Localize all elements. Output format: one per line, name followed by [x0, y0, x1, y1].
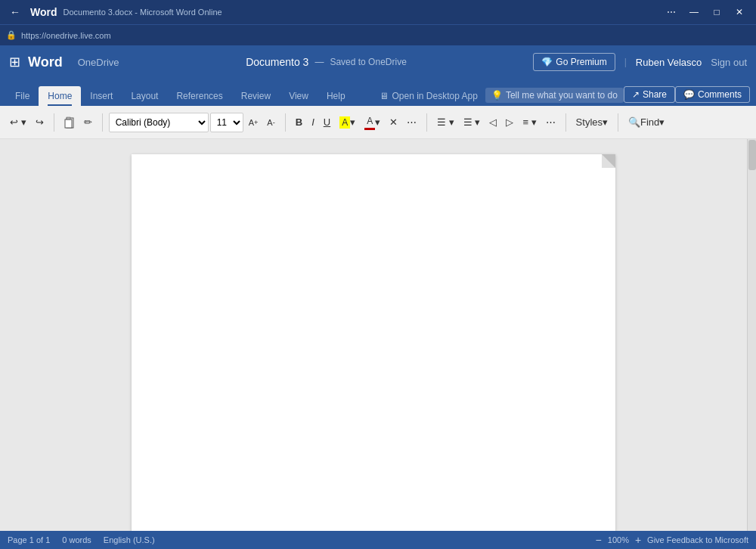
decrease-indent-button[interactable]: ◁ [485, 114, 500, 130]
premium-label: Go Premium [556, 57, 606, 67]
svg-rect-1 [65, 119, 72, 128]
divider-4 [426, 113, 427, 132]
italic-button[interactable]: I [308, 114, 318, 130]
maximize-button[interactable]: □ [706, 2, 727, 23]
more-format-button[interactable]: ⋯ [403, 114, 420, 130]
waffle-icon[interactable]: ⊞ [9, 54, 20, 70]
app-header: ⊞ Word OneDrive Documento 3 — Saved to O… [0, 45, 756, 79]
title-bar: ← Word Documento 3.docx - Microsoft Word… [0, 0, 756, 24]
status-right: − 100% + Give Feedback to Microsoft [596, 534, 748, 546]
saved-status: Saved to OneDrive [330, 57, 406, 67]
desktop-icon: 🖥 [380, 91, 389, 101]
font-name-select[interactable]: Calibri (Body) Arial Times New Roman [109, 113, 209, 132]
close-button[interactable]: ✕ [729, 2, 750, 23]
find-button[interactable]: 🔍 Find ▾ [624, 114, 668, 130]
doc-title: Documento 3 [246, 56, 308, 68]
tab-view[interactable]: View [280, 86, 318, 106]
font-color-icon: A [364, 115, 375, 130]
word-count: 0 words [62, 535, 91, 544]
decrease-font-button[interactable]: A- [263, 116, 278, 129]
bullets-button[interactable]: ☰ ▾ [433, 114, 458, 130]
window-controls: ⋯ — □ ✕ [661, 2, 750, 23]
premium-icon: 💎 [541, 57, 553, 67]
back-button[interactable]: ← [6, 4, 24, 20]
zoom-level: 100% [608, 535, 629, 544]
undo-group: ↩ ▾ ↪ [6, 114, 48, 130]
lock-icon: 🔒 [6, 30, 17, 40]
ribbon-tabs: File Home Insert Layout References Revie… [0, 79, 756, 106]
vertical-scrollbar[interactable] [747, 139, 756, 531]
title-bar-left: ← Word Documento 3.docx - Microsoft Word… [6, 4, 222, 20]
paste-button[interactable] [60, 114, 79, 131]
clear-format-button[interactable]: ✕ [386, 114, 401, 130]
format-group: B I U A▾ A ▾ ✕ ⋯ [292, 113, 420, 132]
highlight-icon: A [339, 116, 350, 129]
tab-layout[interactable]: Layout [122, 86, 167, 106]
increase-font-button[interactable]: A+ [245, 116, 262, 129]
sign-out-link[interactable]: Sign out [711, 57, 747, 68]
increase-indent-button[interactable]: ▷ [502, 114, 517, 130]
divider-3 [285, 113, 286, 132]
tell-me-icon: 💡 [491, 90, 503, 101]
para-group: ☰ ▾ ☰ ▾ ◁ ▷ ≡ ▾ ⋯ [433, 114, 559, 130]
underline-button[interactable]: U [320, 114, 334, 130]
divider-6 [618, 113, 618, 132]
minimize-button[interactable]: — [683, 2, 705, 23]
go-premium-button[interactable]: 💎 Go Premium [533, 53, 615, 71]
separator: | [624, 57, 627, 67]
zoom-minus-button[interactable]: − [596, 534, 602, 546]
more-options-button[interactable]: ⋯ [661, 2, 682, 23]
app-title: Word [30, 6, 57, 18]
tab-home[interactable]: Home [39, 86, 81, 106]
window-title: Documento 3.docx - Microsoft Word Online [64, 8, 222, 17]
font-size-select[interactable]: 11 89101214 [210, 113, 243, 132]
divider-1 [54, 113, 54, 132]
styles-button[interactable]: Styles ▾ [572, 114, 612, 130]
color-bar [364, 128, 375, 130]
format-painter-button[interactable]: ✏ [80, 114, 96, 130]
page-info: Page 1 of 1 [8, 535, 50, 544]
divider-2 [102, 113, 103, 132]
tab-help[interactable]: Help [318, 86, 355, 106]
tell-me-area[interactable]: 💡 Tell me what you want to do [485, 88, 624, 103]
tell-me-text: Tell me what you want to do [506, 90, 618, 101]
share-label: Share [643, 89, 667, 100]
fold-indicator[interactable] [602, 154, 615, 168]
zoom-plus-button[interactable]: + [635, 534, 641, 546]
align-button[interactable]: ≡ ▾ [519, 114, 540, 130]
onedrive-link[interactable]: OneDrive [78, 57, 119, 68]
search-icon: 🔍 [628, 116, 640, 128]
document-page[interactable] [132, 154, 615, 531]
more-para-button[interactable]: ⋯ [542, 114, 559, 130]
redo-button[interactable]: ↪ [32, 114, 48, 130]
find-label: Find [640, 116, 659, 128]
highlight-button[interactable]: A▾ [336, 114, 359, 131]
tab-review[interactable]: Review [232, 86, 280, 106]
tab-references[interactable]: References [167, 86, 231, 106]
toolbar: ↩ ▾ ↪ ✏ Calibri (Body) Arial Times New R… [0, 106, 756, 139]
open-desktop-button[interactable]: 🖥 Open in Desktop App [372, 86, 485, 106]
feedback-link[interactable]: Give Feedback to Microsoft [647, 535, 748, 544]
undo-button[interactable]: ↩ ▾ [6, 114, 30, 130]
bold-button[interactable]: B [292, 114, 306, 130]
doc-area [0, 139, 756, 531]
font-group: Calibri (Body) Arial Times New Roman 11 … [109, 113, 279, 132]
language: English (U.S.) [104, 535, 155, 544]
tab-file[interactable]: File [6, 86, 39, 106]
styles-label: Styles [576, 116, 603, 128]
share-button[interactable]: ↗ Share [624, 86, 675, 103]
scroll-thumb[interactable] [748, 140, 756, 170]
user-name: Ruben Velasco [636, 57, 702, 68]
tab-insert[interactable]: Insert [81, 86, 122, 106]
comments-label: Comments [698, 89, 742, 100]
divider-5 [565, 113, 566, 132]
comments-button[interactable]: 💬 Comments [675, 86, 750, 103]
header-right: 💎 Go Premium | Ruben Velasco Sign out [533, 53, 747, 71]
doc-title-area: Documento 3 — Saved to OneDrive [119, 56, 534, 68]
font-color-button[interactable]: A ▾ [361, 113, 384, 132]
numbering-button[interactable]: ☰ ▾ [460, 114, 485, 130]
open-desktop-label: Open in Desktop App [392, 91, 477, 101]
app-name: Word [28, 54, 63, 70]
doc-content[interactable] [0, 139, 747, 531]
find-group: 🔍 Find ▾ [624, 114, 668, 130]
